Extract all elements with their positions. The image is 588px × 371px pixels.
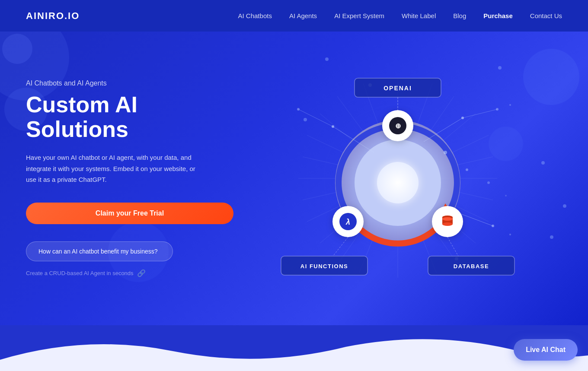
deco-circle-1 [2, 34, 32, 64]
hero-title: Custom AI Solutions [26, 92, 233, 142]
hero-section: AI Chatbots and AI Agents Custom AI Solu… [0, 32, 588, 325]
hero-diagram: ⊕ λ OPENAI AI FUNC [233, 44, 562, 312]
svg-point-58 [496, 108, 499, 111]
svg-point-66 [509, 234, 511, 235]
svg-text:OPENAI: OPENAI [383, 85, 412, 92]
hero-description: Have your own AI chatbot or AI agent, wi… [26, 152, 208, 185]
nav-item-blog[interactable]: Blog [453, 12, 466, 20]
hero-content: AI Chatbots and AI Agents Custom AI Solu… [26, 79, 233, 277]
claim-trial-button[interactable]: Claim your Free Trial [26, 203, 233, 224]
crud-link[interactable]: Create a CRUD-based AI Agent in seconds … [26, 269, 233, 277]
svg-point-59 [509, 104, 511, 106]
hero-subtitle: AI Chatbots and AI Agents [26, 79, 233, 87]
svg-point-69 [487, 181, 490, 184]
nav-item-chatbots[interactable]: AI Chatbots [238, 12, 272, 20]
svg-point-57 [461, 117, 464, 119]
svg-text:λ: λ [345, 218, 350, 226]
ai-diagram: ⊕ λ OPENAI AI FUNC [272, 66, 523, 291]
svg-line-56 [463, 109, 497, 118]
arrow-icon: 🔗 [137, 269, 146, 277]
diagram-svg: ⊕ λ OPENAI AI FUNC [272, 66, 523, 291]
nav-item-purchase[interactable]: Purchase [483, 12, 513, 20]
svg-point-68 [466, 168, 468, 171]
live-chat-button[interactable]: Live AI Chat [514, 339, 578, 361]
svg-point-63 [297, 108, 300, 111]
nav-item-agents[interactable]: AI Agents [289, 12, 317, 20]
svg-point-67 [444, 151, 447, 154]
svg-point-65 [492, 225, 494, 227]
svg-line-54 [447, 237, 458, 256]
nav-links: AI Chatbots AI Agents AI Expert System W… [238, 12, 562, 20]
svg-line-51 [333, 237, 348, 256]
wave-svg [0, 325, 588, 371]
crud-link-text: Create a CRUD-based AI Agent in seconds [26, 270, 134, 276]
svg-line-64 [458, 213, 493, 226]
navbar: AINIRO.IO AI Chatbots AI Agents AI Exper… [0, 0, 588, 32]
svg-text:⊕: ⊕ [395, 122, 401, 130]
svg-point-70 [505, 195, 507, 197]
logo[interactable]: AINIRO.IO [26, 10, 80, 22]
nav-item-contact[interactable]: Contact Us [530, 12, 562, 20]
nav-item-whitelabel[interactable]: White Label [402, 12, 436, 20]
svg-text:AI FUNCTIONS: AI FUNCTIONS [300, 263, 348, 270]
svg-point-31 [377, 162, 419, 203]
dot [563, 204, 566, 208]
svg-point-62 [332, 125, 334, 128]
svg-point-44 [442, 222, 453, 226]
svg-point-45 [442, 217, 453, 221]
svg-line-61 [298, 109, 333, 127]
nav-item-expert[interactable]: AI Expert System [334, 12, 384, 20]
svg-text:DATABASE: DATABASE [454, 263, 489, 270]
ask-chatbot-button[interactable]: How can an AI chatbot benefit my busines… [26, 241, 173, 261]
